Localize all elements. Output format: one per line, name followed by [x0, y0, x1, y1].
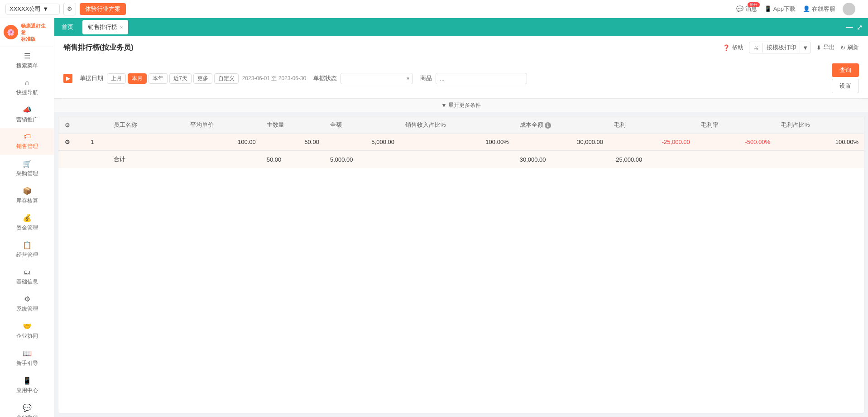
download-icon: 📱: [764, 5, 772, 12]
col-cost-amount: 成本全额 ℹ: [514, 116, 609, 134]
company-selector[interactable]: XXXXX公司 ▼: [5, 4, 60, 14]
message-badge: 99+: [748, 2, 760, 7]
sidebar-item-base-info[interactable]: 🗂 基础信息: [0, 264, 54, 290]
expand-icon: ▼: [441, 102, 447, 109]
status-select-wrapper: [340, 73, 413, 84]
sidebar-item-system-mgmt[interactable]: ⚙ 系统管理: [0, 290, 54, 317]
col-settings[interactable]: ⚙: [58, 116, 77, 134]
export-label: 导出: [823, 43, 835, 52]
sidebar-item-app-center[interactable]: 📱 应用中心: [0, 372, 54, 399]
print-dropdown-icon[interactable]: ▼: [800, 43, 810, 53]
sidebar-item-enterprise-collab[interactable]: 🤝 企业协同: [0, 317, 54, 345]
expand-conditions-button[interactable]: ▼ 展开更多条件: [441, 101, 481, 109]
footer-sales-pct: [400, 150, 514, 168]
cell-emp-name: [108, 134, 185, 151]
sidebar-item-label: 快捷导航: [16, 89, 38, 96]
footer-amount: 5,000.00: [325, 150, 400, 168]
sidebar-item-label: 营销推广: [16, 116, 38, 124]
sidebar-item-quick-nav[interactable]: ⌂ 快捷导航: [0, 74, 54, 101]
cell-amount: 5,000.00: [325, 134, 400, 151]
filter-collapse-icon[interactable]: ▶: [63, 74, 72, 83]
sidebar-item-marketing[interactable]: 📣 营销推广: [0, 101, 54, 128]
col-avg-price: 平均单价: [185, 116, 261, 134]
sidebar-item-label: 销售管理: [16, 143, 38, 150]
app-download-button[interactable]: 📱 App下载: [764, 5, 796, 13]
date-btn-7days[interactable]: 近7天: [169, 73, 192, 84]
cell-gross-rate: -500.00%: [695, 134, 776, 151]
logo-area: 🌸 畅康通好生意 标准版: [0, 18, 54, 47]
date-btn-current-year[interactable]: 本年: [149, 73, 168, 84]
refresh-button[interactable]: ↻ 刷新: [840, 43, 859, 52]
help-label: 帮助: [732, 43, 743, 52]
export-button[interactable]: ⬇ 导出: [816, 43, 835, 52]
settings-icon[interactable]: ⚙: [63, 3, 76, 15]
cell-settings[interactable]: ⚙: [58, 134, 77, 151]
col-main-qty: 主数量: [261, 116, 325, 134]
col-sales-pct: 销售收入占比%: [400, 116, 514, 134]
goods-filter: 商品: [420, 73, 527, 84]
sidebar-item-inventory[interactable]: 📦 库存核算: [0, 182, 54, 209]
sidebar-item-label: 企业协同: [16, 332, 38, 340]
search-order-icon: ☰: [24, 52, 30, 60]
sidebar-item-finance[interactable]: 💰 资金管理: [0, 209, 54, 236]
tab-minimize-icon[interactable]: —: [846, 23, 853, 31]
guide-icon: 📖: [23, 349, 32, 358]
footer-settings: [58, 150, 77, 168]
help-icon: ❓: [723, 44, 730, 51]
tab-label: 销售排行榜: [88, 23, 117, 31]
sidebar-item-label: 应用中心: [16, 387, 38, 394]
sidebar-item-purchase-mgmt[interactable]: 🛒 采购管理: [0, 155, 54, 182]
cell-cost-amount: 30,000.00: [514, 134, 609, 151]
col-rank: [77, 116, 108, 134]
sidebar-item-enterprise-wechat[interactable]: 💬 企业微信: [0, 399, 54, 417]
cell-gross-pct: 100.00%: [776, 134, 864, 151]
trial-button[interactable]: 体验行业方案: [80, 3, 126, 15]
collab-icon: 🤝: [23, 322, 32, 331]
footer-gross-pct: [776, 150, 864, 168]
goods-input[interactable]: [436, 73, 527, 84]
sidebar-item-beginner-guide[interactable]: 📖 新手引导: [0, 345, 54, 372]
online-service-button[interactable]: 👤 在线客服: [803, 5, 835, 13]
tab-maximize-icon[interactable]: ⤢: [857, 23, 863, 32]
date-btn-last-month[interactable]: 上月: [107, 73, 126, 84]
operation-icon: 📋: [23, 241, 32, 249]
query-button[interactable]: 查询: [832, 63, 859, 77]
message-button[interactable]: 💬 消息 99+: [736, 5, 757, 13]
status-label: 单据状态: [313, 74, 337, 82]
sidebar-item-sales-mgmt[interactable]: 🏷 销售管理: [0, 128, 54, 155]
print-label: 按模板打印: [763, 42, 800, 53]
date-btn-more[interactable]: 更多: [193, 73, 212, 84]
app-center-icon: 📱: [23, 376, 32, 385]
expand-label: 展开更多条件: [448, 101, 481, 109]
print-button-group[interactable]: 🖨 按模板打印 ▼: [749, 42, 811, 53]
avatar[interactable]: [843, 3, 855, 15]
sidebar-item-label: 库存核算: [16, 197, 38, 205]
cell-gross-profit: -25,000.00: [609, 134, 695, 151]
col-emp-name: 员工名称: [108, 116, 185, 134]
service-icon: 👤: [803, 5, 810, 12]
system-icon: ⚙: [24, 295, 30, 303]
table-row: ⚙ 1 100.00 50.00 5,000.00 100.00% 30,000…: [58, 134, 864, 151]
sidebar-item-label: 搜索菜单: [16, 62, 38, 70]
sidebar-item-label: 采购管理: [16, 170, 38, 177]
data-table-container: ⚙ 员工名称 平均单价 主数量 全额 销售收入占比% 成本全额 ℹ 毛利 毛利率: [58, 116, 864, 413]
date-btn-custom[interactable]: 自定义: [214, 73, 239, 84]
tab-home[interactable]: 首页: [54, 18, 81, 36]
col-gross-profit: 毛利: [609, 116, 695, 134]
date-btn-current-month[interactable]: 本月: [128, 73, 147, 84]
date-label: 单据日期: [80, 74, 103, 82]
sidebar-item-search-order[interactable]: ☰ 搜索菜单: [0, 47, 54, 74]
sidebar-item-label: 基础信息: [16, 278, 38, 286]
online-service-label: 在线客服: [812, 5, 835, 13]
settings-button[interactable]: 设置: [832, 79, 859, 93]
export-icon: ⬇: [816, 44, 821, 51]
tab-close-icon[interactable]: ×: [120, 24, 123, 30]
app-download-label: App下载: [773, 5, 796, 13]
help-button[interactable]: ❓ 帮助: [723, 43, 743, 52]
tab-sales-ranking[interactable]: 销售排行榜 ×: [82, 20, 128, 34]
page-title: 销售排行榜(按业务员): [63, 43, 134, 53]
status-select[interactable]: [340, 73, 413, 84]
sidebar-item-operation[interactable]: 📋 经营管理: [0, 236, 54, 264]
sales-icon: 🏷: [24, 133, 31, 141]
col-gross-pct: 毛利占比%: [776, 116, 864, 134]
